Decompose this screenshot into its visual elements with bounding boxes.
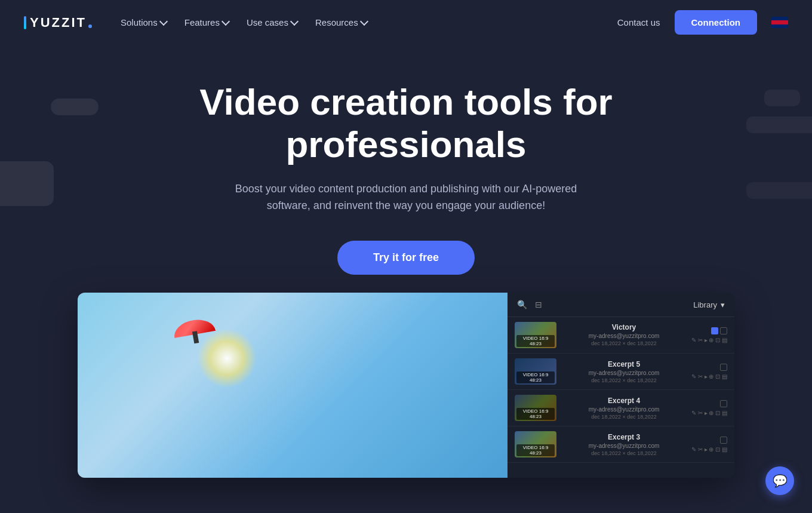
video-item-victory[interactable]: VIDEO 16:9 48:23 Victory my-adress@yuzzi…	[508, 317, 734, 354]
video-email: my-adress@yuzzitpro.com	[562, 333, 685, 339]
contact-link[interactable]: Contact us	[617, 17, 660, 27]
checkbox-icon	[720, 400, 727, 407]
nav-right: Contact us Connection	[617, 10, 788, 35]
video-info: Excerpt 5 my-adress@yuzzitpro.com dec 18…	[562, 360, 685, 383]
checkbox-icon	[720, 364, 727, 371]
search-icon[interactable]: 🔍	[517, 300, 527, 309]
app-screenshot: 🔍 ⊟ Library ▾ VIDEO 16:9 48:23 Victory	[78, 293, 734, 478]
video-item-excerpt5[interactable]: VIDEO 16:9 48:23 Excerpt 5 my-adress@yuz…	[508, 354, 734, 390]
flag-red	[771, 20, 788, 24]
try-it-free-button[interactable]: Try it for free	[337, 241, 475, 275]
video-action-icons: ✎ ✂ ▸ ⊕ ⊡ ▤	[691, 446, 727, 453]
nav-resources[interactable]: Resources	[308, 13, 374, 32]
panel-header: 🔍 ⊟ Library ▾	[508, 293, 734, 317]
video-item-excerpt4[interactable]: VIDEO 16:9 48:23 Excerpt 4 my-adress@yuz…	[508, 390, 734, 426]
deco-shape-2	[0, 161, 54, 206]
deco-shape-1	[51, 99, 99, 115]
hero-subtext: Boost your video content production and …	[227, 180, 585, 215]
video-badge: VIDEO 16:9 48:23	[516, 371, 555, 383]
logo-bar-icon	[24, 16, 26, 29]
chevron-down-icon: ▾	[721, 300, 725, 309]
video-email: my-adress@yuzzitpro.com	[562, 406, 685, 413]
navbar: YUZZIT Solutions Features Use cases Reso…	[0, 0, 812, 45]
video-info: Excerpt 3 my-adress@yuzzitpro.com dec 18…	[562, 433, 685, 456]
video-thumbnail: VIDEO 16:9 48:23	[515, 358, 556, 385]
deco-shape-3	[764, 90, 800, 106]
video-date: dec 18,2022 × dec 18,2022	[562, 377, 685, 383]
video-date: dec 18,2022 × dec 18,2022	[562, 414, 685, 420]
video-date: dec 18,2022 × dec 18,2022	[562, 340, 685, 346]
hero-section: Video creation tools for professionals B…	[0, 45, 812, 513]
chevron-down-icon	[360, 17, 368, 26]
checkbox-icon	[720, 327, 727, 334]
video-action-icons: ✎ ✂ ▸ ⊕ ⊡ ▤	[691, 410, 727, 416]
nav-use-cases[interactable]: Use cases	[239, 13, 304, 32]
chevron-down-icon	[159, 17, 168, 26]
library-panel: 🔍 ⊟ Library ▾ VIDEO 16:9 48:23 Victory	[508, 293, 734, 478]
checkbox-icon	[720, 437, 727, 444]
chevron-down-icon	[290, 17, 299, 26]
video-title: Excerpt 5	[562, 360, 685, 368]
paraglider-graphic	[170, 308, 217, 350]
status-icon-blue	[711, 327, 718, 334]
screenshot-video	[78, 293, 508, 478]
video-date: dec 18,2022 × dec 18,2022	[562, 450, 685, 456]
video-action-icons: ✎ ✂ ▸ ⊕ ⊡ ▤	[691, 373, 727, 380]
video-badge: VIDEO 16:9 48:23	[516, 444, 555, 456]
chevron-down-icon	[222, 17, 230, 26]
video-action-icons: ✎ ✂ ▸ ⊕ ⊡ ▤	[691, 337, 727, 343]
video-thumbnail: VIDEO 16:9 48:23	[515, 431, 556, 457]
flag-blue	[771, 17, 788, 21]
video-badge: VIDEO 16:9 48:23	[516, 335, 555, 347]
logo-dot-icon	[88, 24, 92, 28]
video-title: Excerpt 4	[562, 397, 685, 405]
chat-bubble-button[interactable]: 💬	[765, 466, 794, 495]
logo[interactable]: YUZZIT	[24, 15, 92, 30]
logo-text: YUZZIT	[30, 15, 87, 30]
video-info: Victory my-adress@yuzzitpro.com dec 18,2…	[562, 323, 685, 348]
video-badge: VIDEO 16:9 48:23	[516, 408, 555, 420]
connection-button[interactable]: Connection	[675, 10, 758, 35]
video-email: my-adress@yuzzitpro.com	[562, 370, 685, 376]
library-label: Library ▾	[693, 300, 725, 309]
nav-features[interactable]: Features	[177, 13, 236, 32]
video-email: my-adress@yuzzitpro.com	[562, 443, 685, 449]
video-title: Victory	[562, 323, 685, 331]
flag-blue2	[771, 24, 788, 29]
deco-shape-5	[746, 182, 812, 199]
video-info: Excerpt 4 my-adress@yuzzitpro.com dec 18…	[562, 397, 685, 420]
language-flag[interactable]	[771, 17, 788, 29]
video-item-excerpt3[interactable]: VIDEO 16:9 48:23 Excerpt 3 my-adress@yuz…	[508, 426, 734, 463]
deco-shape-4	[746, 116, 812, 133]
video-thumbnail: VIDEO 16:9 48:23	[515, 395, 556, 421]
filter-icon[interactable]: ⊟	[534, 300, 543, 309]
hero-heading: Video creation tools for professionals	[197, 81, 615, 166]
nav-left: YUZZIT Solutions Features Use cases Reso…	[24, 13, 374, 32]
video-title: Excerpt 3	[562, 433, 685, 441]
video-status-icons: Victory my-adress@yuzzitpro.com dec 18,2…	[562, 323, 685, 346]
chat-icon: 💬	[773, 474, 788, 488]
nav-menu: Solutions Features Use cases Resources	[113, 13, 374, 32]
nav-solutions[interactable]: Solutions	[113, 13, 174, 32]
video-thumbnail: VIDEO 16:9 48:23	[515, 322, 556, 348]
panel-icons: 🔍 ⊟	[517, 300, 543, 309]
